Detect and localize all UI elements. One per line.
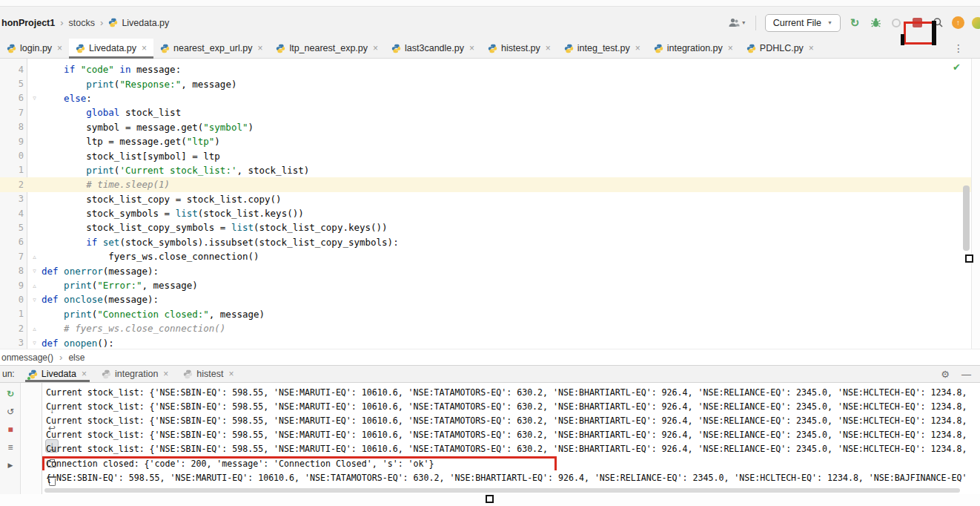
editor-tab-integ_test.py[interactable]: integ_test.py× <box>557 39 647 58</box>
code-line[interactable]: 1 print("Connection closed:", message) <box>0 307 971 321</box>
code-line[interactable]: 3▿def onopen(): <box>0 335 971 349</box>
console-line: Current stock_list: {'NSE:SBIN-EQ': 598.… <box>42 413 980 427</box>
tab-label: integ_test.py <box>577 43 630 53</box>
code-line[interactable]: 4 stock_symbols = list(stock_list.keys()… <box>0 206 971 220</box>
breadcrumb-file[interactable]: Livedata.py <box>108 18 169 28</box>
code-line[interactable]: 0▿def onclose(message): <box>0 292 971 306</box>
python-file-icon <box>564 44 574 53</box>
run-tab-Livedata[interactable]: Livedata× <box>21 366 94 382</box>
code-with-me-icon[interactable] <box>972 17 980 29</box>
fold-marker-icon[interactable]: ▿ <box>27 339 42 346</box>
code-line[interactable]: 2 # time.sleep(1) <box>0 177 971 191</box>
line-number: 9 <box>0 280 27 291</box>
code-line[interactable]: 5 print("Response:", message) <box>0 76 971 91</box>
tab-list-more-icon[interactable]: ⋮ <box>953 42 964 54</box>
editor-tab-ltp_nearest_exp.py[interactable]: ltp_nearest_exp.py× <box>269 39 385 58</box>
restore-layout-icon[interactable]: ≡ <box>4 441 17 454</box>
gear-icon[interactable]: ⚙ <box>941 369 950 380</box>
editor-tab-PDHLC.py[interactable]: PDHLC.py× <box>740 39 821 58</box>
tab-label: Livedata <box>42 369 76 379</box>
rerun-icon[interactable]: ↻ <box>4 387 17 401</box>
editor-tab-histest.py[interactable]: histest.py× <box>481 39 557 58</box>
coverage-button[interactable] <box>890 16 903 30</box>
tab-close-icon[interactable]: × <box>256 44 262 53</box>
code-line[interactable]: 9 ltp = message.get("ltp") <box>0 134 971 148</box>
tab-close-icon[interactable]: × <box>544 44 551 53</box>
console-horizontal-scrollbar[interactable] <box>44 488 960 493</box>
tab-close-icon[interactable]: × <box>726 44 733 53</box>
code-line[interactable]: 9▵ print("Error:", message) <box>0 278 971 292</box>
debug-button[interactable] <box>869 16 882 30</box>
line-number: 7 <box>0 108 27 118</box>
code-line[interactable]: 8▿def onerror(message): <box>0 263 971 277</box>
python-file-icon <box>654 44 663 53</box>
running-indicator-icon <box>27 376 31 381</box>
tab-close-icon[interactable]: × <box>162 369 168 378</box>
run-configuration-selector[interactable]: Current File ▼ <box>765 14 841 32</box>
breadcrumb-project[interactable]: honProject1 <box>1 18 55 28</box>
editor-tab-nearest_exp_url.py[interactable]: nearest_exp_url.py× <box>153 39 269 58</box>
run-console[interactable]: ↻ ↺ ■ ≡ ▶ ↑ ↓ ↩ ↓ Current stock_list: {'… <box>0 383 980 494</box>
code-line[interactable]: 8 symbol = message.get("symbol") <box>0 120 971 134</box>
tab-close-icon[interactable]: × <box>80 369 87 378</box>
code-line[interactable]: 2▵ # fyers_ws.close_connection() <box>0 321 971 335</box>
run-toolwindow-header: un: Livedata× integration× histest× ⚙ — <box>0 365 980 383</box>
tab-label: histest <box>196 369 223 379</box>
fold-marker-icon[interactable]: ▵ <box>27 282 42 289</box>
code-line[interactable]: 6▿ else: <box>0 91 971 105</box>
user-account-button[interactable]: ▼ <box>728 17 746 29</box>
tab-close-icon[interactable]: × <box>228 369 234 378</box>
fold-marker-icon[interactable]: ▿ <box>27 94 42 102</box>
tab-label: integration <box>115 369 158 379</box>
run-tab-histest[interactable]: histest× <box>176 366 241 382</box>
code-line[interactable]: 7▵ fyers_ws.close_connection() <box>0 249 971 263</box>
tab-close-icon[interactable]: × <box>468 44 474 53</box>
breadcrumb-block[interactable]: else <box>68 352 85 363</box>
code-text: print("Error:", message) <box>42 280 198 291</box>
code-line[interactable]: 1 print('Current stock_list:', stock_lis… <box>0 163 971 177</box>
console-output: Current stock_list: {'NSE:SBIN-EQ': 598.… <box>42 385 980 484</box>
line-number: 5 <box>0 223 27 233</box>
editor-tab-login.py[interactable]: login.py× <box>0 39 69 58</box>
tab-close-icon[interactable]: × <box>371 44 378 53</box>
editor-vertical-scrollbar[interactable] <box>963 185 970 251</box>
code-line[interactable]: 0 stock_list[symbol] = ltp <box>0 148 971 162</box>
line-number: 3 <box>0 194 27 204</box>
toolbar-right: ▼ Current File ▼ ↻ <box>728 7 980 39</box>
tab-close-icon[interactable]: × <box>634 44 640 53</box>
update-available-button[interactable]: ↑ <box>952 16 964 29</box>
code-line[interactable]: 5 stock_list_copy_symbols = list(stock_l… <box>0 220 971 234</box>
fold-marker-icon[interactable]: ▵ <box>27 253 42 260</box>
code-line[interactable]: 7 global stock_list <box>0 105 971 119</box>
editor-tab-Livedata.py[interactable]: Livedata.py× <box>69 39 153 58</box>
chevron-right-icon: › <box>100 17 103 28</box>
line-number: 9 <box>0 137 27 147</box>
line-number: 6 <box>0 93 27 103</box>
rerun-failed-icon[interactable]: ↺ <box>4 405 17 418</box>
search-everywhere-button[interactable] <box>931 16 944 30</box>
code-text: stock_symbols = list(stock_list.keys()) <box>42 208 304 219</box>
breadcrumb-scope[interactable]: onmessage() <box>1 352 53 363</box>
breadcrumb-folder[interactable]: stocks <box>69 18 95 28</box>
editor-tab-last3candle.py[interactable]: last3candle.py× <box>385 39 481 58</box>
code-editor[interactable]: 4 if "code" in message:5 print("Response… <box>0 59 980 349</box>
stop-button[interactable] <box>910 16 924 30</box>
inspections-ok-icon[interactable]: ✔ <box>953 62 961 73</box>
tab-close-icon[interactable]: × <box>807 44 814 53</box>
fold-marker-icon[interactable]: ▵ <box>27 325 42 332</box>
run-tab-integration[interactable]: integration× <box>94 366 176 382</box>
tab-close-icon[interactable]: × <box>56 44 62 53</box>
tab-close-icon[interactable]: × <box>140 44 147 53</box>
code-line[interactable]: 6 if set(stock_symbols).issubset(stock_l… <box>0 235 971 249</box>
code-line[interactable]: 3 stock_list_copy = stock_list.copy() <box>0 192 971 206</box>
rerun-button[interactable]: ↻ <box>848 16 861 30</box>
fold-marker-icon[interactable]: ▿ <box>27 296 42 303</box>
editor-tab-integration.py[interactable]: integration.py× <box>647 39 740 58</box>
code-line[interactable]: 4 if "code" in message: <box>0 62 971 76</box>
error-stripe <box>971 59 980 349</box>
stop-process-icon[interactable]: ■ <box>4 423 17 436</box>
pin-tab-icon[interactable]: ▶ <box>4 459 17 472</box>
minimize-icon[interactable]: — <box>961 369 971 380</box>
tab-label: integration.py <box>667 43 723 53</box>
fold-marker-icon[interactable]: ▿ <box>27 267 42 275</box>
